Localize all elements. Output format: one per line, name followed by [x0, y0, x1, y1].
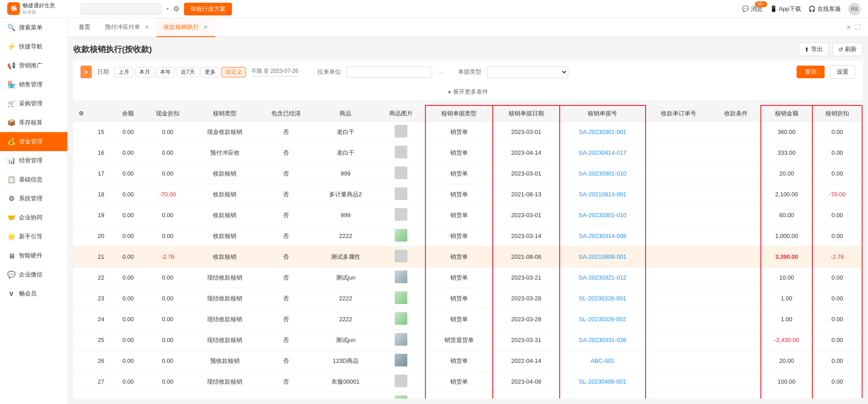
- date-btn-custom[interactable]: 自定义: [222, 67, 246, 77]
- sidebar-item-purchase[interactable]: 🛒 采购管理: [0, 94, 67, 113]
- writeoff-tab-close[interactable]: ✕: [203, 24, 208, 30]
- app-name: 畅捷通好生意: [23, 2, 55, 9]
- cell-voucher-no[interactable]: SL-20230328-001: [560, 288, 645, 309]
- counterparty-input[interactable]: [346, 67, 432, 78]
- sidebar-item-inventory[interactable]: 📦 库存核算: [0, 113, 67, 132]
- search-dropdown-arrow[interactable]: ▾: [166, 6, 169, 11]
- cell-receipt-terms: [712, 351, 760, 371]
- logo-area: 畅 畅捷通好生意 标准版: [7, 2, 75, 15]
- cell-receipt-order-no: [646, 143, 712, 163]
- tab-prepay[interactable]: 预付冲应付单 ✕: [98, 18, 156, 37]
- search-button[interactable]: 查询: [797, 66, 825, 78]
- cell-goods-img: [377, 371, 425, 392]
- cell-goods-img: [377, 122, 425, 143]
- date-btn-this-month[interactable]: 本月: [135, 67, 154, 77]
- cell-goods-img: [377, 392, 425, 399]
- voucher-type-select[interactable]: [487, 66, 568, 78]
- top-bar-right: 💬 消息 99+ 📱 App下载 🎧 在线客服 Rit: [742, 3, 861, 15]
- cell-include-settled: 否: [258, 205, 315, 226]
- sidebar-item-nav[interactable]: ⚡ 快捷导航: [0, 37, 67, 56]
- cell-voucher-type: 销货单: [425, 226, 492, 247]
- cell-include-settled: 否: [258, 309, 315, 330]
- cell-voucher-no[interactable]: SL-20230408-001: [560, 371, 645, 392]
- cell-voucher-no[interactable]: SA-20210813-001: [560, 184, 645, 205]
- cell-voucher-type: 销货单: [425, 288, 492, 309]
- cell-voucher-no[interactable]: SA-20210808-001: [560, 247, 645, 267]
- cell-voucher-no[interactable]: SL-20230328-002: [560, 309, 645, 330]
- sidebar-item-member[interactable]: V 畅会员: [0, 284, 67, 303]
- sidebar-item-basic[interactable]: 📋 基础信息: [0, 170, 67, 189]
- cell-settings: [73, 163, 90, 184]
- col-header-voucher-date: 核销单据日期: [493, 105, 560, 122]
- user-avatar[interactable]: Rit: [848, 3, 861, 15]
- cell-balance: 0.00: [113, 205, 143, 226]
- col-header-settings[interactable]: ⚙: [73, 105, 90, 122]
- cell-writeoff-type: 现结收款核销: [192, 392, 257, 399]
- maximize-window-icon[interactable]: ⛶: [855, 24, 861, 31]
- sidebar-item-corp[interactable]: 🤝 企业协同: [0, 208, 67, 227]
- notification-item[interactable]: 💬 消息 99+: [742, 5, 763, 13]
- sidebar-item-system[interactable]: ⚙ 系统管理: [0, 189, 67, 208]
- cell-goods-img: [377, 351, 425, 371]
- cell-writeoff-discount: 0.00: [812, 309, 862, 330]
- col-header-voucher-type: 核销单据类型: [425, 105, 492, 122]
- table-row: 25 0.00 0.00 现结收款核销 否 测试jun 销货退货单 2023-0…: [73, 330, 862, 351]
- date-btn-last-month[interactable]: 上月: [114, 67, 133, 77]
- sidebar-label-marketing: 营销推广: [19, 62, 42, 70]
- date-btn-this-year[interactable]: 本年: [156, 67, 175, 77]
- cell-voucher-no[interactable]: SA-20230331-026: [560, 330, 645, 351]
- sidebar-label-hardware: 智能硬件: [19, 252, 42, 260]
- sidebar-item-biz[interactable]: 📊 经营管理: [0, 151, 67, 170]
- sidebar-item-marketing[interactable]: 📢 营销推广: [0, 56, 67, 75]
- cell-settings: [73, 226, 90, 247]
- settings-gear-icon[interactable]: ⚙: [173, 5, 179, 13]
- cell-voucher-no[interactable]: ABC-001: [560, 351, 645, 371]
- cell-balance: 0.00: [113, 163, 143, 184]
- refresh-button[interactable]: ↺ 刷新: [832, 43, 863, 56]
- cell-voucher-no[interactable]: SA-20230301-010: [560, 163, 645, 184]
- cell-cash-discount: 0.00: [143, 226, 192, 247]
- close-window-icon[interactable]: ✕: [846, 24, 851, 31]
- system-icon: ⚙: [7, 195, 15, 203]
- cell-receipt-terms: [712, 143, 760, 163]
- export-button[interactable]: ⬆ 导出: [798, 43, 829, 56]
- date-btn-more[interactable]: 更多: [201, 67, 220, 77]
- filter-settings-button[interactable]: 设置: [830, 65, 855, 79]
- cell-settings: [73, 351, 90, 371]
- sidebar-item-finance[interactable]: 💰 资金管理: [0, 132, 67, 151]
- cell-voucher-no[interactable]: SA-20230301-001: [560, 122, 645, 143]
- cell-seq: 21: [90, 247, 113, 267]
- prepay-tab-close[interactable]: ✕: [145, 24, 149, 30]
- tab-writeoff[interactable]: 收款核销执行 ✕: [156, 18, 215, 37]
- online-service-item[interactable]: 🎧 在线客服: [808, 5, 841, 13]
- tab-home[interactable]: 首页: [71, 18, 98, 37]
- sidebar-item-wechat[interactable]: 💬 企业微信: [0, 265, 67, 284]
- app-download-item[interactable]: 📱 App下载: [770, 5, 801, 13]
- cell-goods: 测试多属性: [315, 247, 377, 267]
- cell-receipt-terms: [712, 163, 760, 184]
- sidebar-item-guide[interactable]: 🌟 新手引导: [0, 227, 67, 246]
- cell-voucher-no[interactable]: SA-20230301-010: [560, 205, 645, 226]
- cell-include-settled: 否: [258, 392, 315, 399]
- cell-voucher-no[interactable]: SA-20230414-017: [560, 143, 645, 163]
- cell-include-settled: 否: [258, 184, 315, 205]
- cell-include-settled: 否: [258, 371, 315, 392]
- filter-expand-toggle[interactable]: »: [80, 66, 92, 78]
- cell-voucher-no[interactable]: SA-20230321-012: [560, 267, 645, 288]
- table-row: 26 0.00 0.00 预收款核销 否 123D商品 销货单 2022-04-…: [73, 351, 862, 371]
- cell-balance: 0.00: [113, 392, 143, 399]
- cell-goods-img: [377, 330, 425, 351]
- top-search-input[interactable]: [80, 4, 162, 14]
- expand-conditions-btn[interactable]: ▾ 展开更多条件: [448, 88, 488, 96]
- cell-settings: [73, 247, 90, 267]
- cell-include-settled: 否: [258, 288, 315, 309]
- cell-cash-discount: -70.00: [143, 184, 192, 205]
- cell-voucher-no[interactable]: SA-20230314-008: [560, 226, 645, 247]
- date-btn-7days[interactable]: 近7天: [177, 67, 199, 77]
- sidebar-item-hardware[interactable]: 🖥 智能硬件: [0, 246, 67, 265]
- sidebar-item-search[interactable]: 🔍 搜索菜单: [0, 18, 67, 37]
- industry-solution-button[interactable]: 体验行业方案: [184, 3, 232, 15]
- col-header-voucher-no: 核销单据号: [560, 105, 645, 122]
- sidebar-item-sales[interactable]: 🏪 销售管理: [0, 75, 67, 94]
- cell-voucher-no[interactable]: SL-20230418-001: [560, 392, 645, 399]
